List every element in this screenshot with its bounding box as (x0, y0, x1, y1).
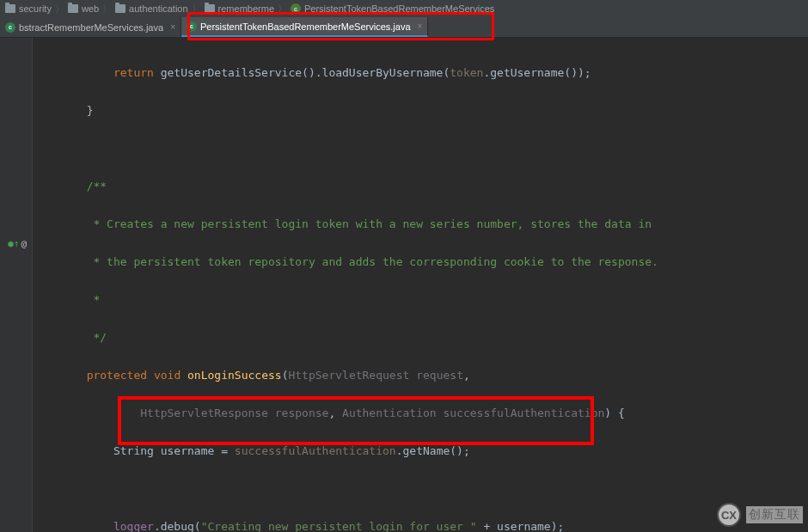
tab-label: bstractRememberMeServices.java (19, 22, 163, 33)
editor-gutter: ●↑@ (0, 38, 33, 532)
breadcrumb-item[interactable]: rememberme (203, 3, 276, 14)
close-icon[interactable]: × (170, 22, 175, 32)
java-class-icon: c (187, 21, 197, 32)
editor-tabs: c bstractRememberMeServices.java × c Per… (0, 17, 808, 38)
breadcrumb-item[interactable]: cPersistentTokenBasedRememberMeServices (289, 3, 496, 14)
gutter-icon-implements[interactable]: ●↑@ (0, 234, 32, 253)
class-icon: c (291, 3, 301, 14)
breadcrumb: security 〉 web 〉 authentication 〉 rememb… (0, 0, 808, 17)
breadcrumb-item[interactable]: authentication (113, 3, 190, 14)
chevron-right-icon: 〉 (55, 3, 64, 15)
java-class-icon: c (5, 22, 15, 33)
editor-tab-inactive[interactable]: c bstractRememberMeServices.java × (0, 17, 181, 37)
watermark: CX 创新互联 (717, 503, 803, 527)
watermark-logo-icon: CX (717, 503, 741, 527)
folder-icon (5, 4, 15, 13)
override-at-icon: @ (21, 238, 27, 249)
code-editor[interactable]: ●↑@ return getUserDetailsService().loadU… (0, 38, 808, 532)
watermark-text: 创新互联 (746, 506, 803, 523)
breadcrumb-item[interactable]: web (66, 3, 101, 14)
chevron-right-icon: 〉 (102, 3, 112, 15)
tab-label: PersistentTokenBasedRememberMeServices.j… (200, 21, 411, 32)
folder-icon (68, 4, 78, 13)
code-area[interactable]: return getUserDetailsService().loadUserB… (33, 38, 808, 532)
breadcrumb-item[interactable]: security (3, 3, 53, 14)
folder-icon (115, 4, 125, 13)
implements-icon: ●↑ (8, 238, 19, 249)
folder-icon (205, 4, 215, 13)
editor-tab-active[interactable]: c PersistentTokenBasedRememberMeServices… (181, 17, 428, 37)
chevron-right-icon: 〉 (192, 3, 201, 15)
close-icon[interactable]: × (418, 21, 423, 31)
chevron-right-icon: 〉 (278, 3, 287, 15)
